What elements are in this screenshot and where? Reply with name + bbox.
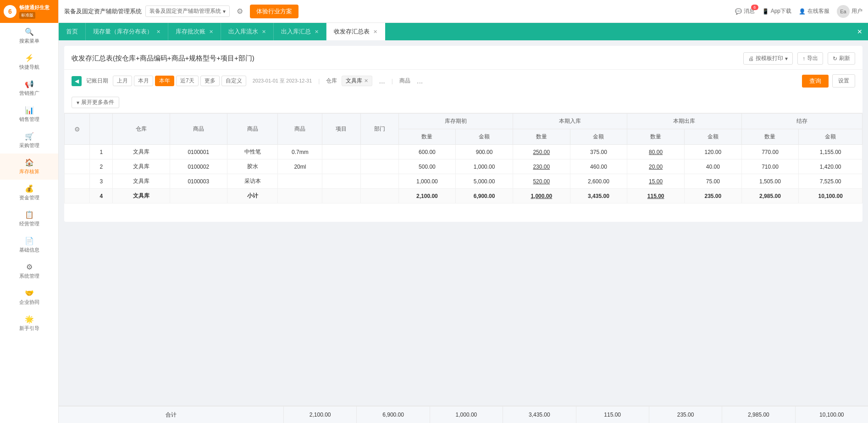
cell-out-qty-link[interactable]: 15.00 [649, 178, 663, 185]
data-table: ⚙ 仓库 商品 商品 商品 项目 部门 库存期初 本期入库 本期出库 结存 [64, 113, 862, 203]
cell-spec [278, 174, 322, 189]
tab-recv-summary[interactable]: 收发存汇总表✕ [326, 23, 385, 40]
dropdown-label: 装备及固定资产辅助管理系统 [149, 7, 221, 15]
expand-conditions-button[interactable]: ▾ 展开更多条件 [72, 97, 119, 108]
cell-out-qty-link[interactable]: 115.00 [647, 193, 664, 199]
date-shortcut-本月[interactable]: 本月 [134, 76, 153, 86]
message-action[interactable]: 💬 消息 6 [735, 7, 755, 15]
trial-button[interactable]: 体验行业方案 [250, 5, 299, 18]
tab-close-icon[interactable]: ✕ [156, 29, 160, 35]
logo-tag: 标准版 [19, 12, 35, 19]
tab-label: 库存批次账 [176, 27, 205, 36]
sidebar-item-basic-info[interactable]: 📄基础信息 [0, 232, 58, 258]
cell-goods: 胶水 [227, 159, 278, 174]
cell-out-amt: 40.00 [684, 159, 741, 174]
cell-warehouse: 文具库 [113, 189, 170, 203]
goods-ellipsis[interactable]: ... [417, 77, 423, 85]
cell-out-qty-link[interactable]: 20.00 [649, 164, 663, 170]
filter-settings-button[interactable]: 设置 [832, 74, 855, 88]
sidebar-item-guide[interactable]: 🌟新手引导 [0, 310, 58, 336]
tab-close-icon[interactable]: ✕ [373, 29, 377, 35]
tab-label: 出入库汇总 [281, 27, 311, 36]
date-shortcut-上月[interactable]: 上月 [113, 76, 132, 86]
cell-in-qty: 230.00 [513, 159, 570, 174]
sidebar-item-label: 搜索菜单 [19, 38, 39, 44]
tab-label: 首页 [66, 27, 78, 36]
sidebar-item-label: 采购管理 [19, 142, 39, 149]
app-download-action[interactable]: 📱 App下载 [762, 7, 791, 15]
operations-icon: 📋 [25, 210, 34, 219]
sidebar-item-label: 基础信息 [19, 247, 39, 253]
sidebar-item-inventory[interactable]: 🏠库存核算 [0, 154, 58, 180]
footer-in-qty: 1,000.00 [430, 407, 503, 423]
cell-warehouse: 文具库 [113, 145, 170, 159]
tab-close-main-icon[interactable]: ✕ [851, 28, 868, 35]
cell-goods: 小计 [227, 189, 278, 203]
warehouse-tag-close-icon[interactable]: ✕ [364, 78, 368, 84]
tab-close-icon[interactable]: ✕ [315, 29, 319, 35]
settings-icon[interactable]: ⚙ [233, 5, 246, 18]
table-row: 2文具库0100002胶水20ml500.001,000.00230.00460… [65, 159, 862, 174]
refresh-button[interactable]: ↻ 刷新 [828, 52, 855, 65]
tab-batch[interactable]: 库存批次账✕ [168, 23, 221, 40]
cell-out-qty-link[interactable]: 80.00 [649, 149, 663, 155]
tab-close-icon[interactable]: ✕ [209, 29, 213, 35]
sidebar-item-operations[interactable]: 📋经营管理 [0, 206, 58, 232]
date-shortcut-本年[interactable]: 本年 [155, 76, 174, 86]
sidebar-item-quick-nav[interactable]: ⚡快捷导航 [0, 49, 58, 75]
main-content: 收发存汇总表(按仓库+商品编码+商品+规格型号+项目+部门) 🖨 按模板打印 ▾… [59, 40, 868, 423]
print-button[interactable]: 🖨 按模板打印 ▾ [743, 52, 793, 65]
cell-out-qty: 20.00 [627, 159, 685, 174]
tab-inventory-dist[interactable]: 现存量（库存分布表）✕ [86, 23, 168, 40]
tab-home[interactable]: 首页 [59, 23, 86, 40]
tab-inout-flow[interactable]: 出入库流水✕ [221, 23, 274, 40]
filter-expand-row: ▾ 展开更多条件 [72, 95, 119, 108]
topbar-right: 💬 消息 6 📱 App下载 👤 在线客服 Ea 用户 [735, 5, 862, 18]
sidebar-item-enterprise[interactable]: 🤝企业协同 [0, 284, 58, 310]
separator: | [316, 78, 321, 84]
filter-collapse-button[interactable]: ◀ [72, 76, 82, 86]
cell-settings [65, 189, 90, 203]
date-shortcut-近7天[interactable]: 近7天 [176, 76, 199, 86]
cell-goods: 中性笔 [227, 145, 278, 159]
th-out-amt: 金额 [684, 129, 741, 145]
cell-in-qty-link[interactable]: 1,000.00 [531, 193, 552, 199]
cell-in-qty-link[interactable]: 250.00 [533, 149, 550, 155]
cell-in-qty: 520.00 [513, 174, 570, 189]
date-shortcut-自定义[interactable]: 自定义 [221, 76, 246, 86]
cell-dept [360, 189, 398, 203]
footer-total-bar: 合计 2,100.00 6,900.00 1,000.00 3,435.00 1… [59, 406, 868, 423]
enterprise-icon: 🤝 [25, 289, 34, 297]
cell-project [322, 145, 360, 159]
th-in-amt: 金额 [570, 129, 627, 145]
sidebar-item-search[interactable]: 🔍搜索菜单 [0, 23, 58, 49]
online-service-action[interactable]: 👤 在线客服 [799, 7, 829, 15]
sidebar-item-purchase[interactable]: 🛒采购管理 [0, 127, 58, 154]
purchase-icon: 🛒 [25, 132, 34, 141]
tab-inout-summary[interactable]: 出入库汇总✕ [274, 23, 326, 40]
sidebar-item-marketing[interactable]: 📢营销推广 [0, 75, 58, 101]
print-icon: 🖨 [748, 55, 754, 62]
column-settings-icon[interactable]: ⚙ [74, 126, 80, 133]
sidebar-item-sales[interactable]: 📊销售管理 [0, 101, 58, 127]
date-shortcut-更多[interactable]: 更多 [200, 76, 220, 86]
cell-closing-amt: 1,155.00 [799, 145, 862, 159]
query-button[interactable]: 查询 [802, 75, 829, 88]
th-opening-qty: 数量 [398, 129, 456, 145]
tab-close-icon[interactable]: ✕ [262, 29, 266, 35]
finance-icon: 💰 [25, 184, 34, 193]
warehouse-ellipsis[interactable]: ... [379, 77, 385, 85]
cell-in-qty-link[interactable]: 520.00 [533, 178, 550, 185]
system-dropdown[interactable]: 装备及固定资产辅助管理系统 ▾ [145, 5, 230, 17]
cell-opening-amt: 5,000.00 [456, 174, 513, 189]
cell-opening-amt: 6,900.00 [456, 189, 513, 203]
cell-in-amt: 2,600.00 [570, 174, 627, 189]
export-button[interactable]: ↑ 导出 [797, 52, 823, 65]
user-action[interactable]: Ea 用户 [837, 5, 862, 18]
sidebar-item-label: 企业协同 [19, 299, 39, 306]
cell-in-qty-link[interactable]: 230.00 [533, 164, 550, 170]
sidebar-item-finance[interactable]: 💰资金管理 [0, 180, 58, 206]
cell-seq: 2 [90, 159, 113, 174]
system-name: 装备及固定资产辅助管理系统 [64, 7, 142, 16]
sidebar-item-system[interactable]: ⚙系统管理 [0, 258, 58, 284]
